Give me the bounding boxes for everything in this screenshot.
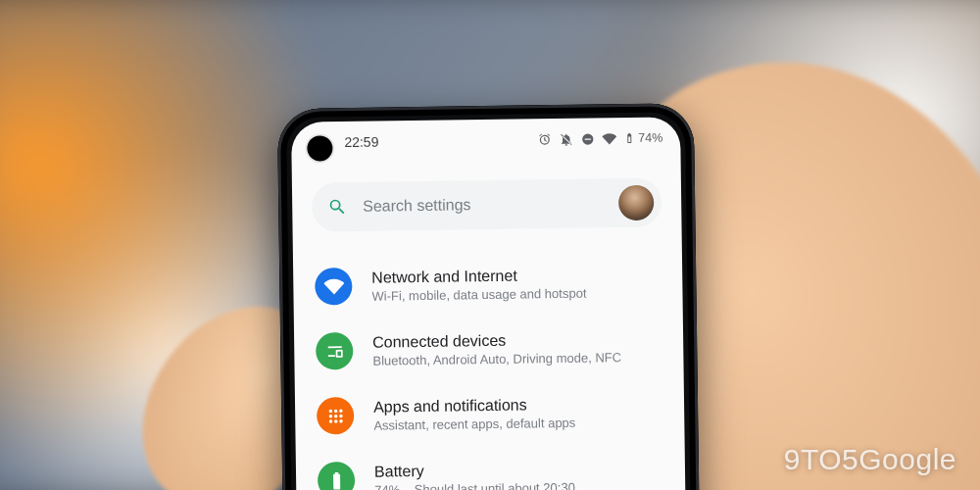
settings-item-network[interactable]: Network and Internet Wi-Fi, mobile, data… (293, 249, 683, 319)
svg-point-2 (328, 409, 332, 413)
settings-item-title: Connected devices (372, 330, 621, 352)
status-icons: 74% (537, 130, 662, 148)
svg-point-8 (328, 419, 332, 423)
phone-frame: 22:59 74% (277, 103, 702, 490)
svg-point-7 (339, 414, 343, 417)
battery-icon (318, 462, 356, 490)
settings-item-subtitle: 74% – Should last until about 20:30 (374, 479, 575, 490)
search-input[interactable] (361, 193, 605, 216)
svg-point-3 (333, 409, 337, 413)
settings-item-connected-devices[interactable]: Connected devices Bluetooth, Android Aut… (294, 314, 684, 384)
settings-item-title: Battery (374, 460, 575, 480)
battery-status: 74% (623, 130, 662, 147)
settings-item-title: Apps and notifications (373, 395, 575, 416)
search-bar[interactable] (312, 178, 662, 232)
settings-item-title: Network and Internet (371, 266, 586, 286)
wifi-status-icon (602, 131, 616, 146)
devices-icon (316, 332, 354, 370)
do-not-disturb-icon (580, 131, 595, 146)
settings-item-apps[interactable]: Apps and notifications Assistant, recent… (295, 378, 685, 449)
svg-point-4 (339, 409, 343, 413)
svg-point-9 (334, 419, 338, 423)
battery-percent: 74% (638, 131, 662, 145)
svg-point-5 (328, 414, 332, 417)
settings-item-subtitle: Bluetooth, Android Auto, Driving mode, N… (372, 350, 621, 368)
settings-item-battery[interactable]: Battery 74% – Should last until about 20… (296, 443, 686, 490)
phone-screen: 22:59 74% (291, 117, 688, 490)
alarm-icon (537, 132, 552, 147)
svg-point-10 (339, 419, 343, 423)
search-icon (327, 197, 347, 217)
profile-avatar[interactable] (618, 185, 654, 220)
svg-rect-1 (585, 138, 591, 139)
dnd-icon (559, 131, 573, 146)
wifi-icon (315, 268, 353, 306)
settings-item-subtitle: Wi-Fi, mobile, data usage and hotspot (371, 285, 586, 303)
apps-icon (317, 397, 355, 435)
settings-item-subtitle: Assistant, recent apps, default apps (373, 415, 575, 432)
svg-point-6 (333, 414, 337, 417)
watermark: 9TO5Google (784, 443, 956, 476)
settings-list: Network and Internet Wi-Fi, mobile, data… (293, 249, 686, 490)
status-bar: 22:59 74% (291, 117, 681, 164)
status-time: 22:59 (344, 134, 378, 150)
